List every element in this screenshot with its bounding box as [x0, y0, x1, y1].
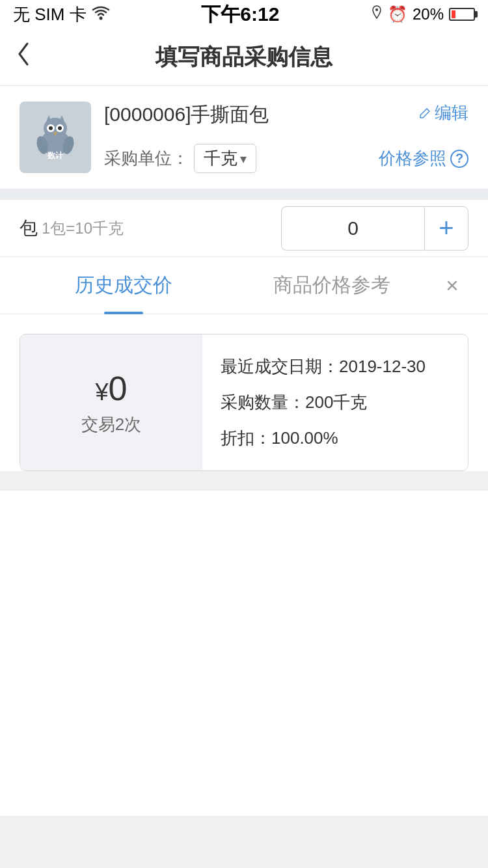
tab-product-price[interactable]: 商品价格参考 — [228, 257, 436, 314]
nav-bar: 填写商品采购信息 — [0, 29, 488, 86]
svg-point-1 — [375, 8, 378, 11]
back-button[interactable] — [16, 41, 31, 73]
svg-text:数计: 数计 — [47, 151, 64, 160]
divider-bar — [0, 189, 488, 200]
page-title: 填写商品采购信息 — [156, 42, 332, 72]
discount-row: 折扣：100.00% — [221, 426, 450, 451]
package-unit-label: 包 — [20, 216, 38, 241]
dropdown-arrow-icon: ▾ — [240, 151, 247, 167]
status-left: 无 SIM 卡 — [13, 3, 110, 26]
quantity-plus-button[interactable]: + — [424, 206, 468, 251]
product-card: 数计 [0000006]手撕面包 编辑 采购单位： 千克 ▾ 价格参照 — [0, 86, 488, 189]
product-name: [0000006]手撕面包 — [104, 102, 269, 128]
sim-label: 无 SIM 卡 — [13, 3, 87, 26]
battery-percent: 20% — [413, 5, 444, 23]
history-card-right: 最近成交日期：2019-12-30 采购数量：200千克 折扣：100.00% — [202, 334, 468, 470]
battery-icon — [449, 8, 475, 21]
svg-point-9 — [58, 126, 62, 130]
history-price-display: ¥0 — [96, 369, 128, 408]
quantity-input-wrap: 0 + — [137, 206, 468, 251]
bottom-sheet: 历史成交价 商品价格参考 × ¥0 交易2次 最近成交日期：2019-12-30… — [0, 257, 488, 471]
price-symbol: ¥ — [96, 379, 109, 405]
status-bar: 无 SIM 卡 下午6:12 ⏰ 20% — [0, 0, 488, 29]
tab-active-indicator — [104, 312, 143, 314]
svg-marker-5 — [59, 115, 64, 122]
package-unit-desc: 1包=10千克 — [42, 218, 124, 239]
history-trades-label: 交易2次 — [81, 413, 141, 436]
recent-date-row: 最近成交日期：2019-12-30 — [221, 354, 450, 379]
svg-point-0 — [99, 16, 102, 20]
svg-marker-4 — [46, 115, 51, 122]
status-right: ⏰ 20% — [371, 5, 475, 23]
content-area — [0, 491, 488, 816]
time-display: 下午6:12 — [201, 1, 279, 28]
help-icon: ? — [450, 150, 468, 168]
product-image: 数计 — [20, 102, 91, 173]
svg-point-8 — [49, 126, 53, 130]
product-unit-row: 采购单位： 千克 ▾ 价格参照 ? — [104, 144, 468, 173]
product-header: [0000006]手撕面包 编辑 — [104, 102, 468, 128]
tab-bar: 历史成交价 商品价格参考 × — [0, 257, 488, 314]
history-card: ¥0 交易2次 最近成交日期：2019-12-30 采购数量：200千克 折扣：… — [20, 334, 468, 471]
quantity-row: 包 1包=10千克 0 + — [0, 200, 488, 257]
location-icon — [371, 5, 383, 23]
purchase-quantity-row: 采购数量：200千克 — [221, 390, 450, 415]
price-ref-button[interactable]: 价格参照 ? — [379, 147, 468, 170]
unit-dropdown[interactable]: 千克 ▾ — [194, 144, 256, 173]
close-button[interactable]: × — [436, 269, 468, 302]
quantity-unit-tag: 包 1包=10千克 — [20, 216, 124, 241]
edit-button[interactable]: 编辑 — [418, 102, 468, 124]
tab-history-price[interactable]: 历史成交价 — [20, 257, 228, 314]
wifi-icon — [92, 5, 110, 25]
product-info: [0000006]手撕面包 编辑 采购单位： 千克 ▾ 价格参照 ? — [104, 102, 468, 173]
quantity-input[interactable]: 0 — [281, 206, 424, 251]
unit-label: 采购单位： — [104, 147, 189, 170]
history-card-left: ¥0 交易2次 — [20, 334, 202, 470]
alarm-icon: ⏰ — [388, 5, 407, 23]
